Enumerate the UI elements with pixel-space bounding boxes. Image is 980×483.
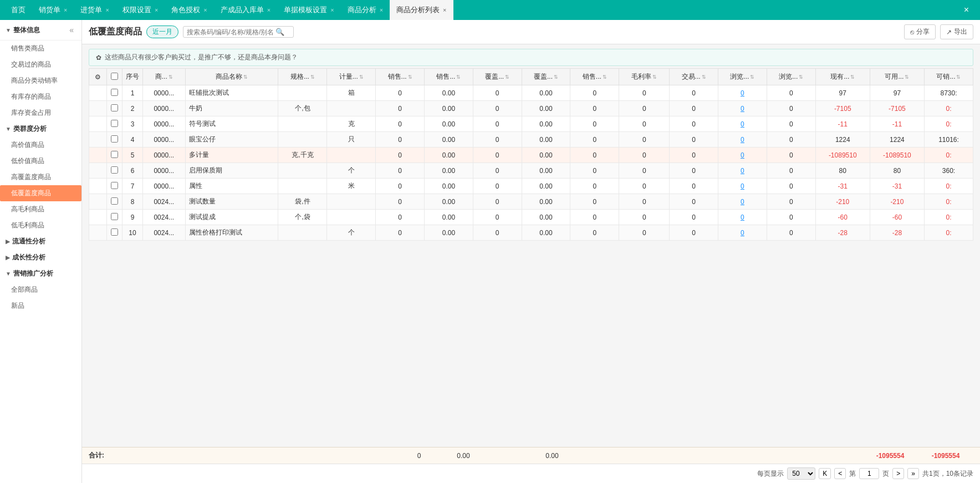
cell-checkbox[interactable] — [107, 210, 122, 225]
sidebar-item-low-profit[interactable]: 低毛利商品 — [0, 217, 81, 233]
sidebar-item-low-value[interactable]: 低价值商品 — [0, 153, 81, 169]
row-checkbox[interactable] — [111, 89, 118, 96]
nav-purchase-order[interactable]: 进货单 × — [74, 0, 115, 20]
col-header-stock1[interactable]: 现有...⇅ — [815, 69, 870, 85]
prev-page-button[interactable]: < — [834, 468, 846, 479]
sidebar-group-liutong[interactable]: ▶ 流通性分析 — [0, 233, 81, 250]
cell-checkbox[interactable] — [107, 148, 122, 163]
close-icon[interactable]: × — [443, 7, 446, 13]
share-button[interactable]: ⎋ 分享 — [904, 24, 936, 39]
sidebar-item-all-goods[interactable]: 全部商品 — [0, 282, 81, 298]
first-page-button[interactable]: K — [819, 468, 831, 479]
sidebar-collapse-button[interactable]: « — [67, 24, 76, 35]
cell-stock1: -31 — [815, 179, 870, 194]
row-checkbox[interactable] — [111, 197, 118, 205]
row-checkbox[interactable] — [111, 166, 118, 174]
row-checkbox[interactable] — [111, 151, 118, 158]
cell-checkbox[interactable] — [107, 132, 122, 148]
cell-stock3: 0: — [924, 116, 973, 132]
sidebar-item-category-sales-rate[interactable]: 商品分类动销率 — [0, 73, 81, 89]
page-number-input[interactable] — [859, 468, 879, 479]
filter-recent-month-button[interactable]: 近一月 — [146, 26, 178, 38]
row-checkbox[interactable] — [111, 104, 118, 111]
col-header-cover1[interactable]: 覆盖...⇅ — [473, 69, 522, 85]
cell-checkbox[interactable] — [107, 101, 122, 116]
cell-browse1[interactable]: 0 — [718, 148, 767, 163]
cell-browse1[interactable]: 0 — [718, 132, 767, 148]
cell-browse1[interactable]: 0 — [718, 101, 767, 116]
col-header-code[interactable]: 商...⇅ — [143, 69, 186, 85]
col-header-sales1[interactable]: 销售...⇅ — [376, 69, 425, 85]
close-icon[interactable]: × — [330, 7, 334, 13]
row-checkbox[interactable] — [111, 182, 118, 189]
cell-num: 5 — [122, 148, 143, 163]
row-checkbox[interactable] — [111, 120, 118, 127]
col-header-spec[interactable]: 规格...⇅ — [278, 69, 327, 85]
close-icon[interactable]: × — [64, 7, 67, 13]
nav-finished-goods[interactable]: 产成品入库单 × — [214, 0, 277, 20]
col-header-checkbox[interactable] — [107, 69, 122, 85]
col-header-trade[interactable]: 交易...⇅ — [670, 69, 718, 85]
nav-role-auth[interactable]: 角色授权 × — [165, 0, 213, 20]
col-header-settings[interactable]: ⚙ — [89, 69, 107, 85]
table-body: 1 0000... 旺辅批次测试 箱 0 0.00 0 0.00 0 0 0 0… — [89, 85, 973, 241]
close-icon[interactable]: × — [105, 7, 109, 13]
page-size-select[interactable]: 50 10 20 100 — [787, 467, 815, 480]
row-checkbox[interactable] — [111, 213, 118, 220]
col-header-stock2[interactable]: 可用...⇅ — [870, 69, 924, 85]
col-header-sales3[interactable]: 销售...⇅ — [570, 69, 619, 85]
cell-browse1[interactable]: 0 — [718, 210, 767, 225]
cell-browse1[interactable]: 0 — [718, 179, 767, 194]
sidebar-item-stock-funds[interactable]: 库存资金占用 — [0, 105, 81, 121]
last-page-button[interactable]: » — [907, 468, 919, 479]
cell-checkbox[interactable] — [107, 179, 122, 194]
cell-checkbox[interactable] — [107, 163, 122, 179]
cell-checkbox[interactable] — [107, 116, 122, 132]
export-button[interactable]: ↗ 导出 — [940, 24, 973, 39]
nav-home[interactable]: 首页 — [4, 0, 32, 20]
cell-browse1[interactable]: 0 — [718, 85, 767, 101]
close-icon[interactable]: × — [380, 7, 383, 13]
sidebar-item-high-value[interactable]: 高价值商品 — [0, 137, 81, 153]
row-checkbox[interactable] — [111, 135, 118, 143]
col-header-stock3[interactable]: 可销...⇅ — [924, 69, 973, 85]
cell-browse1[interactable]: 0 — [718, 163, 767, 179]
cell-checkbox[interactable] — [107, 194, 122, 210]
sidebar-item-high-coverage[interactable]: 高覆盖度商品 — [0, 169, 81, 185]
nav-permissions[interactable]: 权限设置 × — [116, 0, 165, 20]
row-checkbox[interactable] — [111, 228, 118, 236]
col-header-cover2[interactable]: 覆盖...⇅ — [522, 69, 570, 85]
close-icon[interactable]: × — [155, 7, 158, 13]
search-input[interactable] — [187, 28, 275, 36]
col-header-name[interactable]: 商品名称⇅ — [185, 69, 278, 85]
close-icon[interactable]: × — [267, 7, 270, 13]
col-header-unit[interactable]: 计量...⇅ — [327, 69, 376, 85]
next-page-button[interactable]: > — [892, 468, 904, 479]
cell-browse1[interactable]: 0 — [718, 116, 767, 132]
col-header-browse1[interactable]: 浏览...⇅ — [718, 69, 767, 85]
sidebar-item-high-profit[interactable]: 高毛利商品 — [0, 201, 81, 217]
sidebar-item-sales-goods[interactable]: 销售类商品 — [0, 40, 81, 57]
sidebar-group-leidu[interactable]: ▼ 类群度分析 — [0, 121, 81, 137]
cell-browse1[interactable]: 0 — [718, 194, 767, 210]
sidebar-group-overall[interactable]: ▼ 整体信息 — [6, 26, 67, 35]
nav-goods-analysis-list[interactable]: 商品分析列表 × — [390, 0, 453, 20]
col-header-profit[interactable]: 毛利率⇅ — [619, 69, 670, 85]
sidebar-item-stocked-goods[interactable]: 有库存的商品 — [0, 89, 81, 105]
cell-checkbox[interactable] — [107, 225, 122, 241]
nav-goods-analysis[interactable]: 商品分析 × — [341, 0, 390, 20]
window-close-button[interactable]: × — [957, 5, 976, 15]
sidebar-item-traded-goods[interactable]: 交易过的商品 — [0, 57, 81, 73]
col-header-sales2[interactable]: 销售...⇅ — [424, 69, 473, 85]
sidebar-group-chengzhang[interactable]: ▶ 成长性分析 — [0, 250, 81, 266]
nav-template-settings[interactable]: 单据模板设置 × — [277, 0, 340, 20]
select-all-checkbox[interactable] — [111, 73, 118, 80]
sidebar-group-yingxiao[interactable]: ▼ 营销推广分析 — [0, 266, 81, 282]
cell-checkbox[interactable] — [107, 85, 122, 101]
sidebar-item-low-coverage[interactable]: 低覆盖度商品 — [0, 185, 81, 201]
close-icon[interactable]: × — [203, 7, 207, 13]
col-header-browse2[interactable]: 浏览...⇅ — [767, 69, 815, 85]
sidebar-item-new-goods[interactable]: 新品 — [0, 298, 81, 314]
cell-browse1[interactable]: 0 — [718, 225, 767, 241]
nav-sales-order[interactable]: 销货单 × — [32, 0, 74, 20]
